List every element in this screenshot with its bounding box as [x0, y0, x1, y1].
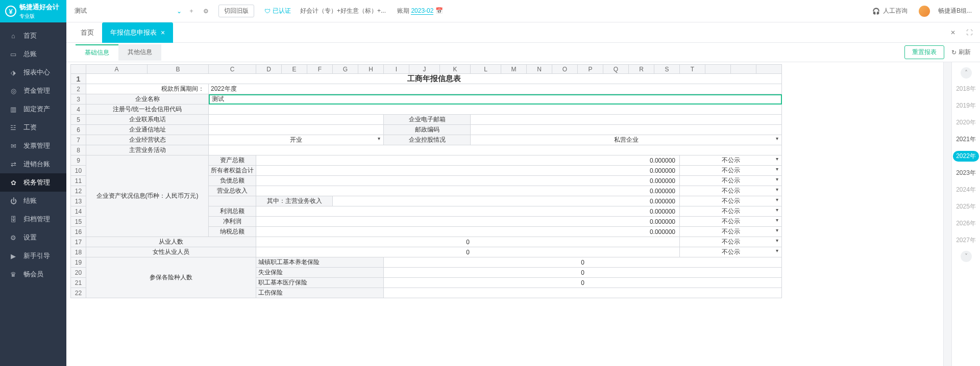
- gear-icon[interactable]: ⚙: [201, 7, 210, 16]
- select[interactable]: 不公示: [680, 176, 782, 186]
- input[interactable]: 0.000000: [333, 196, 680, 206]
- close-icon[interactable]: ×: [161, 29, 165, 37]
- row-header[interactable]: 4: [71, 104, 86, 115]
- input[interactable]: [209, 104, 782, 115]
- subtab-basic[interactable]: 基础信息: [76, 44, 118, 61]
- year-2024年[interactable]: 2024年: [953, 185, 979, 195]
- input[interactable]: [209, 145, 782, 155]
- input[interactable]: 0.000000: [256, 227, 680, 237]
- col-header[interactable]: D: [256, 65, 282, 74]
- label[interactable]: 纳税总额: [209, 227, 256, 237]
- label[interactable]: 主营业务活动: [86, 145, 209, 155]
- spreadsheet[interactable]: ABCDEFGHIJKLMNOPQRST1工商年报信息表2税款所属期间：2022…: [70, 64, 782, 298]
- input[interactable]: 0.000000: [256, 155, 680, 166]
- row-header[interactable]: 7: [71, 135, 86, 145]
- col-header[interactable]: I: [384, 65, 409, 74]
- row-header[interactable]: 16: [71, 227, 86, 237]
- year-2026年[interactable]: 2026年: [953, 218, 979, 229]
- input[interactable]: 0.000000: [256, 166, 680, 176]
- label[interactable]: 营业总收入: [209, 186, 256, 196]
- tab-annual-report[interactable]: 年报信息申报表×: [102, 22, 173, 43]
- year-2018年[interactable]: 2018年: [953, 84, 979, 94]
- row-header[interactable]: 8: [71, 145, 86, 155]
- input[interactable]: 0.000000: [256, 186, 680, 196]
- label[interactable]: 企业控股情况: [384, 135, 471, 145]
- year-2019年[interactable]: 2019年: [953, 100, 979, 111]
- col-header[interactable]: Q: [603, 65, 629, 74]
- year-2020年[interactable]: 2020年: [953, 117, 979, 128]
- row-header[interactable]: 14: [71, 206, 86, 217]
- input[interactable]: 0: [384, 268, 782, 278]
- company-selector[interactable]: 测试 ⌄: [75, 7, 182, 15]
- nav-item-10[interactable]: 🗄归档管理: [0, 210, 66, 228]
- row-header[interactable]: 2: [71, 84, 86, 94]
- nav-item-4[interactable]: ▥固定资产: [0, 100, 66, 118]
- nav-item-8[interactable]: ✿税务管理: [0, 173, 66, 192]
- row-header[interactable]: 22: [71, 288, 86, 298]
- row-header[interactable]: 12: [71, 186, 86, 196]
- label[interactable]: 工伤保险: [256, 288, 384, 298]
- year-up-icon[interactable]: ˄: [961, 67, 972, 79]
- nav-item-6[interactable]: ✉发票管理: [0, 137, 66, 155]
- refresh-button[interactable]: ↻刷新: [951, 48, 971, 57]
- label[interactable]: 负债总额: [209, 176, 256, 186]
- nav-item-7[interactable]: ⇄进销台账: [0, 155, 66, 173]
- row-header[interactable]: 3: [71, 94, 86, 104]
- input[interactable]: 0: [384, 257, 782, 268]
- col-header[interactable]: A: [86, 65, 148, 74]
- avatar[interactable]: [919, 6, 930, 17]
- label[interactable]: 其中：主营业务收入: [256, 196, 333, 206]
- col-header[interactable]: L: [471, 65, 501, 74]
- label[interactable]: 企业名称: [86, 94, 209, 104]
- select[interactable]: 不公示: [680, 227, 782, 237]
- select[interactable]: 不公示: [680, 196, 782, 206]
- select[interactable]: 私营企业: [471, 135, 782, 145]
- input[interactable]: 0.000000: [256, 206, 680, 217]
- col-header[interactable]: N: [527, 65, 552, 74]
- year-down-icon[interactable]: ˅: [961, 251, 972, 262]
- label[interactable]: 利润总额: [209, 206, 256, 217]
- nav-item-11[interactable]: ⚙设置: [0, 228, 66, 247]
- col-header[interactable]: G: [333, 65, 358, 74]
- reset-button[interactable]: 重置报表: [904, 45, 944, 59]
- subtab-other[interactable]: 其他信息: [118, 44, 161, 61]
- year-2027年[interactable]: 2027年: [953, 235, 979, 246]
- col-header[interactable]: J: [409, 65, 440, 74]
- label[interactable]: 失业保险: [256, 268, 384, 278]
- select[interactable]: 不公示: [680, 237, 782, 247]
- label[interactable]: 城镇职工基本养老保险: [256, 257, 384, 268]
- row-header[interactable]: 21: [71, 278, 86, 288]
- input[interactable]: [209, 125, 384, 135]
- nav-item-2[interactable]: ⬗报表中心: [0, 63, 66, 82]
- year-2025年[interactable]: 2025年: [953, 201, 979, 212]
- col-header[interactable]: M: [501, 65, 527, 74]
- close-all-icon[interactable]: ✕: [948, 28, 958, 37]
- label[interactable]: 企业通信地址: [86, 125, 209, 135]
- select[interactable]: 不公示: [680, 155, 782, 166]
- row-header[interactable]: 13: [71, 196, 86, 206]
- label[interactable]: 从业人数: [86, 237, 256, 247]
- row-header[interactable]: 5: [71, 115, 86, 125]
- input[interactable]: 0.000000: [256, 217, 680, 227]
- row-header[interactable]: 17: [71, 237, 86, 247]
- label[interactable]: 所有者权益合计: [209, 166, 256, 176]
- year-2022年[interactable]: 2022年: [953, 151, 979, 162]
- company-name-input[interactable]: 测试: [209, 94, 782, 104]
- select[interactable]: 不公示: [680, 166, 782, 176]
- label[interactable]: 资产总额: [209, 155, 256, 166]
- user-name[interactable]: 畅捷通B组...: [938, 7, 972, 15]
- fullscreen-icon[interactable]: ⛶: [965, 28, 974, 37]
- input[interactable]: [471, 125, 782, 135]
- row-header[interactable]: 19: [71, 257, 86, 268]
- label[interactable]: 企业联系电话: [86, 115, 209, 125]
- add-icon[interactable]: ＋: [187, 7, 196, 16]
- tab-home[interactable]: 首页: [72, 22, 102, 43]
- input[interactable]: 0: [256, 237, 680, 247]
- col-header[interactable]: B: [148, 65, 209, 74]
- period-value[interactable]: 2023-02: [411, 7, 433, 15]
- switch-old-button[interactable]: 切回旧版: [218, 5, 254, 17]
- row-header[interactable]: 11: [71, 176, 86, 186]
- row-header[interactable]: 20: [71, 268, 86, 278]
- row-header[interactable]: 10: [71, 166, 86, 176]
- label[interactable]: 邮政编码: [384, 125, 471, 135]
